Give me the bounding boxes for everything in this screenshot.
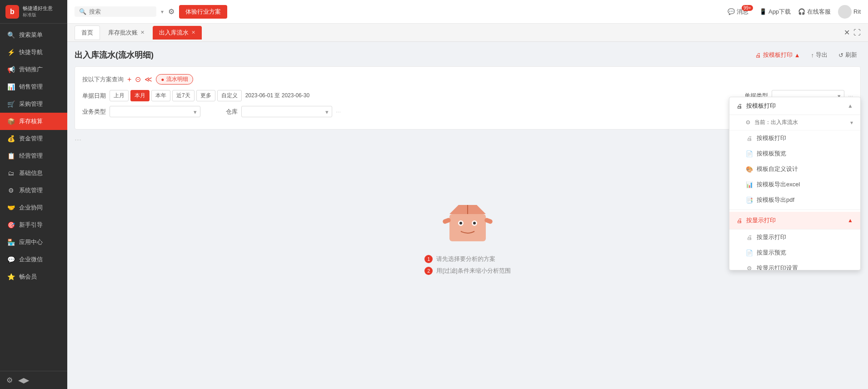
- sidebar-item-marketing[interactable]: 📢 营销推广: [0, 61, 67, 78]
- tab-batch[interactable]: 库存批次账 ✕: [102, 26, 151, 40]
- filter-biz-type-group: 业务类型: [82, 106, 200, 117]
- display-section-chevron-up-icon: ▲: [848, 217, 853, 224]
- tab-batch-close-icon[interactable]: ✕: [140, 30, 145, 35]
- settings-icon[interactable]: ⚙: [6, 376, 13, 384]
- refresh-icon: ↺: [838, 52, 843, 59]
- date-btn-last-month[interactable]: 上月: [110, 90, 129, 101]
- app-download-label: App下载: [768, 8, 791, 16]
- preview-icon: 📄: [746, 150, 753, 157]
- tab-flow[interactable]: 出入库流水 ✕: [153, 26, 202, 40]
- message-badge: 99+: [742, 5, 753, 11]
- sidebar-item-member[interactable]: ⭐ 畅会员: [0, 268, 67, 285]
- topbar-search-box[interactable]: 🔍: [75, 6, 156, 17]
- display-printer-small-icon: 🖨: [746, 234, 753, 241]
- app-download-btn[interactable]: 📱 App下载: [759, 8, 791, 16]
- display-print-section-label: 🖨 按显示打印: [737, 216, 776, 224]
- sidebar-item-sales[interactable]: 📊 销售管理: [0, 78, 67, 95]
- topbar-settings-icon[interactable]: ⚙: [168, 7, 175, 16]
- warehouse-select[interactable]: [241, 106, 332, 117]
- tabbar: 首页 库存批次账 ✕ 出入库流水 ✕ ✕ ⛶: [67, 24, 868, 42]
- filter-collapse-icon[interactable]: ≪: [145, 75, 152, 84]
- tab-flow-close-icon[interactable]: ✕: [191, 30, 195, 35]
- print-template-label: 按模板打印: [763, 51, 793, 59]
- sidebar-item-label: 销售管理: [19, 83, 43, 91]
- sidebar-item-quick-nav[interactable]: ⚡ 快捷导航: [0, 44, 67, 61]
- filter-add-icon[interactable]: +: [127, 75, 131, 84]
- sidebar-item-enterprise[interactable]: 🤝 企业协同: [0, 199, 67, 216]
- tab-expand-icon[interactable]: ⛶: [853, 29, 861, 37]
- template-print-section-header[interactable]: 🖨 按模板打印 ▲: [729, 97, 860, 115]
- page-title: 出入库流水(流水明细): [75, 50, 154, 60]
- app-name: 畅捷通好生意 标准版: [23, 5, 53, 18]
- dropdown-item-template-export-pdf[interactable]: 📑 按模板导出pdf: [729, 192, 860, 208]
- empty-step-1: 1 请先选择要分析的方案: [424, 255, 510, 263]
- date-btn-current-month[interactable]: 本月: [130, 90, 150, 101]
- sidebar-item-inventory[interactable]: 📦 库存核算: [0, 113, 67, 130]
- export-btn[interactable]: ↑ 导出: [808, 49, 832, 61]
- sidebar-item-appstore[interactable]: 🏪 应用中心: [0, 234, 67, 251]
- warehouse-more-icon[interactable]: ···: [336, 108, 341, 115]
- tab-close-all-icon[interactable]: ✕: [844, 28, 850, 37]
- biz-type-select[interactable]: [110, 106, 200, 117]
- print-template-btn[interactable]: 🖨 按模板打印 ▲: [752, 49, 804, 61]
- printer-small-icon: 🖨: [746, 135, 753, 142]
- sidebar-item-system[interactable]: ⚙ 系统管理: [0, 182, 67, 199]
- sidebar-item-guide[interactable]: 🎯 新手引导: [0, 216, 67, 234]
- tab-batch-label: 库存批次账: [108, 29, 138, 37]
- dropdown-item-display-print-settings[interactable]: ⚙ 按显示打印设置: [729, 260, 860, 270]
- refresh-btn[interactable]: ↺ 刷新: [835, 49, 861, 61]
- dropdown-item-template-preview[interactable]: 📄 按模板预览: [729, 146, 860, 161]
- sidebar-item-wechat[interactable]: 💬 企业微信: [0, 251, 67, 268]
- date-btn-more[interactable]: 更多: [196, 90, 215, 101]
- svg-point-5: [473, 222, 476, 224]
- date-btn-this-year[interactable]: 本年: [151, 90, 170, 101]
- sidebar-item-purchase[interactable]: 🛒 采购管理: [0, 95, 67, 113]
- filter-active-tag[interactable]: ● 流水明细: [156, 74, 193, 85]
- dropdown-item-display-print[interactable]: 🖨 按显示打印: [729, 229, 860, 245]
- sidebar-item-label: 快捷导航: [19, 48, 43, 56]
- template-print-section-label: 🖨 按模板打印: [737, 102, 776, 110]
- tabbar-actions: ✕ ⛶: [844, 28, 861, 37]
- dropdown-item-template-export-excel[interactable]: 📊 按模板导出excel: [729, 177, 860, 192]
- sidebar-item-basic[interactable]: 🗂 基础信息: [0, 165, 67, 182]
- headset-icon: 🎧: [798, 8, 805, 15]
- online-service-btn[interactable]: 🎧 在线客服: [798, 8, 831, 16]
- current-template-label: ⊙ 当前：出入库流水 ▾: [729, 115, 860, 130]
- search-chevron-down-icon[interactable]: ▾: [161, 9, 164, 15]
- dropdown-item-template-custom[interactable]: 🎨 模板自定义设计: [729, 161, 860, 177]
- search-input[interactable]: [89, 8, 144, 15]
- warehouse-label: 仓库: [226, 108, 238, 116]
- sidebar-item-search[interactable]: 🔍 搜索菜单: [0, 26, 67, 44]
- step-1-text: 请先选择要分析的方案: [436, 255, 495, 263]
- sidebar-item-operation[interactable]: 📋 经营管理: [0, 147, 67, 165]
- sidebar-item-label: 应用中心: [19, 238, 43, 246]
- dropdown-item-display-preview[interactable]: 📄 按显示预览: [729, 245, 860, 260]
- user-avatar-btn[interactable]: Rit: [838, 5, 861, 19]
- inventory-icon: 📦: [6, 118, 15, 125]
- page-actions: 🖨 按模板打印 ▲ ↑ 导出 ↺ 刷新: [752, 49, 861, 61]
- date-btn-custom[interactable]: 自定义: [217, 90, 242, 101]
- more-options-icon[interactable]: ···: [75, 135, 81, 150]
- sidebar-item-label: 搜索菜单: [19, 31, 43, 39]
- sidebar-item-label: 营销推广: [19, 65, 43, 74]
- finance-icon: 💰: [6, 135, 15, 142]
- dropdown-item-template-print[interactable]: 🖨 按模板打印: [729, 130, 860, 146]
- filter-settings-icon[interactable]: ⊙: [135, 75, 141, 84]
- display-print-section-header[interactable]: 🖨 按显示打印 ▲: [729, 212, 860, 229]
- date-btn-last-7-days[interactable]: 近7天: [172, 90, 195, 101]
- sidebar-item-finance[interactable]: 💰 资金管理: [0, 130, 67, 147]
- filter-tag-dot: ●: [161, 76, 164, 83]
- filter-header: 按以下方案查询 + ⊙ ≪ ● 流水明细: [82, 74, 853, 85]
- sidebar-item-label: 企业微信: [19, 255, 43, 264]
- message-btn[interactable]: 💬 消息 99+: [728, 8, 748, 16]
- filter-tag-label: 流水明细: [166, 75, 188, 83]
- industry-btn[interactable]: 体验行业方案: [179, 5, 227, 19]
- tab-home[interactable]: 首页: [75, 25, 100, 40]
- empty-steps: 1 请先选择要分析的方案 2 用[过滤]条件来缩小分析范围: [424, 255, 510, 279]
- biz-type-label: 业务类型: [82, 108, 106, 116]
- display-settings-icon: ⚙: [746, 265, 753, 270]
- sidebar-item-label: 系统管理: [19, 186, 43, 194]
- appstore-icon: 🏪: [6, 239, 15, 246]
- export-icon: ↑: [811, 52, 814, 59]
- collapse-icon[interactable]: ◀▶: [18, 376, 29, 384]
